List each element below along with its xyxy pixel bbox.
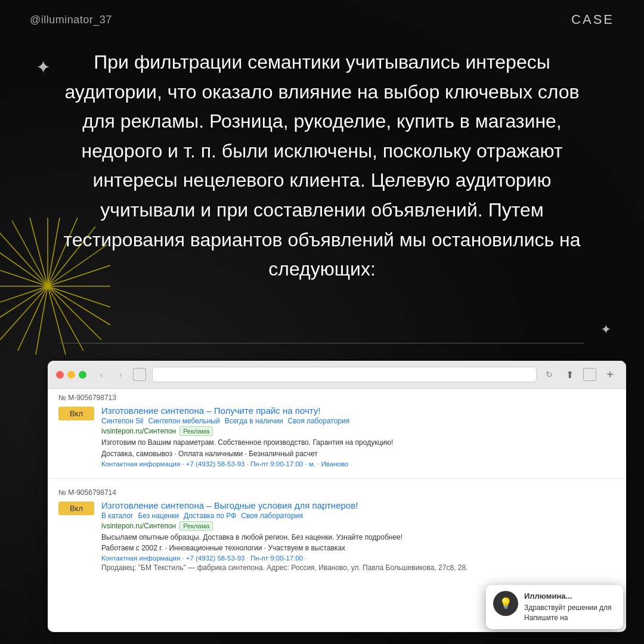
ad-desc-2b: Работаем с 2002 г. · Инновационные техно…: [101, 543, 615, 553]
share-button[interactable]: ⬆: [562, 367, 577, 382]
popup-content: Иллюмина... Здравствуйт решении для Напи…: [524, 591, 616, 623]
ad-footer-2: Контактная информация · +7 (4932) 58-53-…: [101, 555, 615, 562]
ad-url-1[interactable]: ivsintepon.ru/Синтепон: [101, 427, 176, 435]
reload-button[interactable]: ↻: [543, 368, 556, 381]
tab-view-icon[interactable]: [133, 368, 146, 381]
ad-tag: Синтепон мебельный: [148, 417, 220, 425]
ad-tag: Своя лаборатория: [288, 417, 350, 425]
ad-section-2: № М-9056798714 Вкл Изготовление синтепон…: [48, 484, 626, 580]
sparkle-bottom-right-icon: ✦: [600, 322, 611, 338]
svg-line-5: [0, 265, 48, 286]
svg-line-11: [36, 286, 48, 355]
ad-tag: Доставка по РФ: [184, 512, 236, 520]
popup-name: Иллюмина...: [524, 591, 616, 602]
ad-content-1: Изготовление синтепона – Получите прайс …: [101, 405, 615, 467]
ad-title-1[interactable]: Изготовление синтепона – Получите прайс …: [101, 405, 615, 416]
traffic-lights: [56, 371, 86, 379]
ad-number-1: № М-9056798713: [58, 394, 615, 402]
ad-badge-1: Реклама: [179, 426, 213, 436]
header: @illuminator_37 CASE: [0, 0, 644, 39]
chat-popup[interactable]: 💡 Иллюмина... Здравствуйт решении для На…: [486, 585, 623, 629]
svg-line-7: [0, 286, 48, 307]
ad-separator: [48, 478, 626, 479]
ad-tag: Своя лаборатория: [241, 512, 303, 520]
browser-chrome: ‹ › ↻ ⬆ +: [48, 361, 626, 389]
svg-line-4: [0, 244, 48, 286]
svg-line-14: [48, 286, 101, 340]
ad-desc-2: Высылаем опытные образцы. Доставка в люб…: [101, 532, 615, 543]
tab-icon[interactable]: [583, 368, 596, 381]
ad-tag: Синтепон Sil: [101, 417, 144, 425]
url-bar[interactable]: [152, 367, 537, 382]
back-button[interactable]: ‹: [95, 368, 108, 381]
svg-line-15: [48, 286, 110, 325]
popup-avatar: 💡: [493, 591, 518, 616]
popup-message: Здравствуйт решении для Напишите на: [524, 603, 616, 623]
ad-content-2: Изготовление синтепона – Выгодные услови…: [101, 500, 615, 574]
maximize-button-icon[interactable]: [79, 371, 86, 379]
case-label: CASE: [571, 12, 614, 27]
ad-tag: В каталог: [101, 512, 133, 520]
ad-tag: Всегда в наличии: [225, 417, 283, 425]
forward-button[interactable]: ›: [114, 368, 127, 381]
ad-url-row-2: ivsintepon.ru/Синтепон Реклама: [101, 521, 615, 531]
ad-url-row-1: ivsintepon.ru/Синтепон Реклама: [101, 426, 615, 436]
svg-line-8: [0, 286, 48, 325]
ad-section-1: № М-9056798713 Вкл Изготовление синтепон…: [48, 389, 626, 473]
ad-row-1: Вкл Изготовление синтепона – Получите пр…: [58, 405, 615, 467]
main-text: При фильтрации семантики учитывались инт…: [48, 48, 596, 284]
ad-row-2: Вкл Изготовление синтепона – Выгодные ус…: [58, 500, 615, 574]
new-tab-button[interactable]: +: [602, 367, 618, 382]
ad-desc-1b: Доставка, самовывоз · Оплата наличными ·…: [101, 449, 615, 459]
ad-seller-2: Продавец: "БМ Текстиль" — фабрика синтеп…: [101, 563, 615, 573]
ad-tag: Без наценки: [138, 512, 178, 520]
vkl-button-1[interactable]: Вкл: [58, 407, 94, 420]
ad-footer-1: Контактная информация · +7 (4932) 58-53-…: [101, 460, 615, 467]
ad-tags-1: Синтепон Sil Синтепон мебельный Всегда в…: [101, 417, 615, 425]
social-handle: @illuminator_37: [30, 14, 112, 26]
vkl-button-2[interactable]: Вкл: [58, 501, 94, 515]
ad-url-2[interactable]: ivsintepon.ru/Синтепон: [101, 522, 176, 530]
minimize-button-icon[interactable]: [67, 371, 75, 379]
ad-title-2[interactable]: Изготовление синтепона – Выгодные услови…: [101, 500, 615, 510]
ad-number-2: № М-9056798714: [58, 488, 615, 497]
svg-line-13: [48, 286, 83, 351]
svg-line-12: [48, 286, 66, 355]
svg-line-0: [0, 227, 48, 286]
avatar-icon: 💡: [499, 597, 512, 610]
ad-desc-1: Изготовим по Вашим параметрам. Собственн…: [101, 438, 615, 448]
divider-line: [60, 343, 584, 343]
close-button-icon[interactable]: [56, 371, 64, 379]
ad-tags-2: В каталог Без наценки Доставка по РФ Сво…: [101, 512, 615, 520]
ad-badge-2: Реклама: [179, 521, 213, 531]
